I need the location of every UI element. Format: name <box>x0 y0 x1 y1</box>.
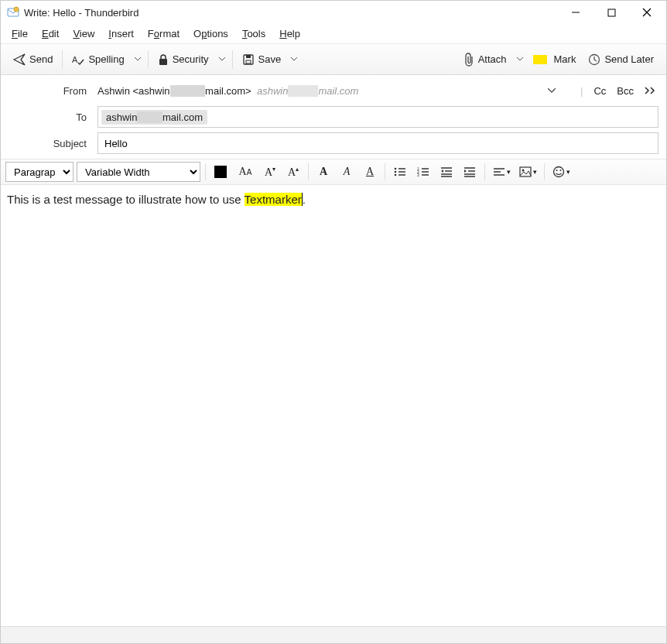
save-dropdown[interactable] <box>287 49 301 70</box>
more-recipients-icon[interactable] <box>645 86 658 95</box>
font-size-decrease-button[interactable]: A▾ <box>260 162 280 182</box>
indent-icon <box>463 166 476 177</box>
send-later-button[interactable]: Send Later <box>582 50 660 69</box>
attach-dropdown[interactable] <box>513 49 527 70</box>
save-button[interactable]: Save <box>236 50 288 69</box>
highlighted-text: Textmarker <box>245 193 303 206</box>
spellcheck-icon: A <box>72 53 84 66</box>
menu-edit[interactable]: Edit <box>36 26 65 41</box>
svg-point-38 <box>556 170 557 171</box>
align-button[interactable]: ▾ <box>490 162 513 182</box>
to-field[interactable]: ashwinxxxxxmail.com <box>97 106 658 128</box>
svg-point-37 <box>553 167 563 177</box>
maximize-button[interactable] <box>593 1 629 24</box>
indent-button[interactable] <box>460 162 480 182</box>
outdent-icon <box>440 166 453 177</box>
menu-help[interactable]: Help <box>273 26 306 41</box>
from-identity[interactable]: Ashwin <ashwinxxxxxxxmail.com> ashwinxxx… <box>97 85 358 97</box>
svg-rect-7 <box>159 59 167 65</box>
outdent-button[interactable] <box>436 162 457 182</box>
to-label: To <box>9 111 90 123</box>
spelling-button[interactable]: A Spelling <box>66 50 130 69</box>
chevron-down-icon: ▾ <box>533 168 537 176</box>
numbered-list-icon: 123 <box>417 166 429 177</box>
text-color-swatch-icon <box>214 166 227 178</box>
svg-point-36 <box>522 170 524 172</box>
italic-button[interactable]: A <box>337 162 357 182</box>
body-text-after: . <box>303 193 306 206</box>
numbered-list-button[interactable]: 123 <box>413 162 433 182</box>
smiley-icon <box>552 166 565 178</box>
image-icon <box>519 166 532 177</box>
attach-button[interactable]: Attach <box>457 50 513 70</box>
message-body[interactable]: This is a test message to illustrate how… <box>1 185 666 626</box>
bold-button[interactable]: A <box>313 162 334 182</box>
highlight-swatch-icon <box>533 55 547 64</box>
lock-icon <box>158 53 169 66</box>
spelling-dropdown[interactable] <box>131 49 145 70</box>
menu-insert[interactable]: Insert <box>102 26 140 41</box>
underline-button[interactable]: A <box>360 162 380 182</box>
bullet-list-button[interactable] <box>390 162 410 182</box>
svg-point-39 <box>559 170 561 171</box>
paragraph-style-select[interactable]: Paragraph <box>5 162 74 182</box>
main-toolbar: Send A Spelling Security Save Attach Mar… <box>1 44 666 75</box>
font-select[interactable]: Variable Width <box>77 162 200 182</box>
window-title: Write: Hello - Thunderbird <box>24 7 139 19</box>
italic-icon: A <box>344 166 351 178</box>
menu-format[interactable]: Format <box>142 26 186 41</box>
svg-rect-9 <box>246 55 251 58</box>
svg-rect-10 <box>246 60 251 63</box>
paperclip-icon <box>463 53 474 67</box>
svg-point-12 <box>395 168 397 170</box>
body-text: This is a test message to illustrate how… <box>7 193 245 206</box>
menu-view[interactable]: View <box>67 26 101 41</box>
underline-icon: A <box>366 166 374 178</box>
subject-input[interactable] <box>97 132 658 154</box>
emoji-button[interactable]: ▾ <box>549 162 573 182</box>
insert-image-button[interactable]: ▾ <box>516 162 539 182</box>
svg-rect-3 <box>608 9 615 16</box>
clock-icon <box>588 53 600 66</box>
subject-label: Subject <box>9 138 90 149</box>
svg-point-14 <box>395 171 397 173</box>
security-dropdown[interactable] <box>215 49 229 70</box>
bcc-button[interactable]: Bcc <box>617 85 634 97</box>
svg-text:A: A <box>72 55 78 64</box>
save-icon <box>242 53 255 66</box>
close-button[interactable] <box>629 1 665 24</box>
svg-text:3: 3 <box>417 173 419 177</box>
chevron-down-icon: ▾ <box>566 168 570 176</box>
bullet-list-icon <box>394 166 406 177</box>
from-label: From <box>9 85 90 97</box>
send-button[interactable]: Send <box>7 50 59 69</box>
send-icon <box>13 53 26 66</box>
format-toolbar: Paragraph Variable Width AA A▾ A▴ A A A … <box>1 159 666 185</box>
chevron-down-icon: ▾ <box>507 168 511 176</box>
mark-button[interactable]: Mark <box>527 50 583 68</box>
font-size-reset-button[interactable]: AA <box>234 162 257 182</box>
svg-point-16 <box>395 174 397 176</box>
menubar: File Edit View Insert Format Options Too… <box>1 24 666 44</box>
menu-file[interactable]: File <box>5 26 34 41</box>
cc-button[interactable]: Cc <box>593 85 606 97</box>
svg-point-1 <box>14 7 19 12</box>
menu-options[interactable]: Options <box>187 26 234 41</box>
security-button[interactable]: Security <box>152 50 215 69</box>
font-size-increase-button[interactable]: A▴ <box>283 162 303 182</box>
bold-icon: A <box>320 166 327 178</box>
align-left-icon <box>493 167 505 176</box>
app-icon <box>7 6 19 19</box>
from-dropdown[interactable] <box>545 80 559 101</box>
text-color-button[interactable] <box>210 162 231 182</box>
to-recipient-pill[interactable]: ashwinxxxxxmail.com <box>101 110 207 125</box>
statusbar <box>1 626 666 643</box>
minimize-button[interactable] <box>558 1 593 24</box>
menu-tools[interactable]: Tools <box>236 26 272 41</box>
